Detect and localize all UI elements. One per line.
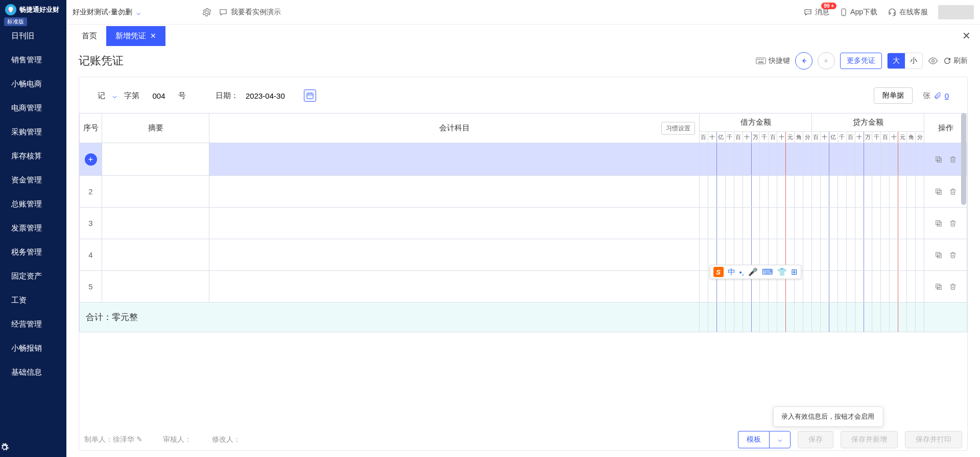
copy-row-icon[interactable]	[935, 155, 943, 164]
ime-skin-icon[interactable]: 👕	[777, 267, 787, 277]
sidebar-item[interactable]: 税务管理	[0, 240, 66, 264]
credit-cell[interactable]	[812, 143, 924, 176]
sidebar-item[interactable]: 经营管理	[0, 312, 66, 336]
size-small-button[interactable]: 小	[905, 53, 922, 68]
template-button[interactable]: 模板⌵	[738, 431, 791, 448]
sidebar-item[interactable]: 工资	[0, 288, 66, 312]
sidebar-item[interactable]: 发票管理	[0, 216, 66, 240]
delete-row-icon[interactable]	[949, 219, 957, 227]
ime-punct-icon[interactable]: •,	[739, 268, 744, 277]
edition-badge: 标准版	[4, 17, 27, 26]
sidebar-item-partial[interactable]: 日刊旧	[0, 29, 66, 48]
debit-cell[interactable]	[700, 176, 812, 208]
more-vouchers-button[interactable]: 更多凭证	[840, 53, 882, 69]
summary-cell[interactable]	[102, 208, 209, 239]
prev-button[interactable]	[795, 52, 812, 70]
delete-row-icon[interactable]	[949, 155, 957, 164]
credit-cell[interactable]	[812, 271, 924, 303]
scrollbar-thumb[interactable]	[961, 113, 966, 205]
message-badge: 99 +	[821, 3, 836, 9]
sidebar-item[interactable]: 库存核算	[0, 144, 66, 168]
credit-cell[interactable]	[812, 176, 924, 208]
settings-button[interactable]	[202, 8, 211, 17]
summary-cell[interactable]	[102, 271, 209, 303]
service-button[interactable]: 在线客服	[888, 8, 928, 17]
brand-name: 畅捷通好业财	[19, 5, 59, 14]
subject-cell[interactable]	[209, 143, 700, 176]
save-new-button[interactable]: 保存并新增	[841, 431, 898, 448]
subject-cell[interactable]	[209, 176, 700, 208]
delete-row-icon[interactable]	[949, 283, 957, 291]
svg-point-1	[808, 11, 809, 12]
copy-row-icon[interactable]	[935, 219, 943, 227]
copy-row-icon[interactable]	[935, 283, 943, 291]
th-ops: 操作	[924, 113, 967, 143]
sidebar-item[interactable]: 基础信息	[0, 360, 66, 384]
subject-cell[interactable]	[209, 271, 700, 303]
summary-cell[interactable]	[102, 143, 209, 176]
sidebar-item[interactable]: 销售管理	[0, 48, 66, 72]
ime-keyboard-icon[interactable]: ⌨	[762, 267, 773, 277]
summary-input[interactable]	[104, 145, 207, 172]
refresh-button[interactable]: 刷新	[943, 56, 968, 65]
ops-cell	[924, 271, 967, 303]
demo-link[interactable]: 我要看实例演示	[219, 8, 281, 17]
copy-row-icon[interactable]	[935, 251, 943, 259]
sidebar-settings[interactable]	[0, 438, 66, 457]
chevron-down-icon[interactable]: ⌵	[112, 91, 117, 100]
tab-home[interactable]: 首页	[73, 26, 106, 46]
sidebar-item[interactable]: 采购管理	[0, 120, 66, 144]
project-selector[interactable]: 好业财测试-量勿删 ⌵	[73, 8, 195, 17]
sidebar-item[interactable]: 小畅报销	[0, 336, 66, 360]
credit-cell[interactable]	[812, 239, 924, 271]
th-subject: 会计科目习惯设置	[209, 113, 700, 143]
edit-icon[interactable]: ✎	[136, 435, 142, 443]
copy-row-icon[interactable]	[935, 188, 943, 196]
size-toggle: 大 小	[887, 53, 923, 69]
subject-cell[interactable]	[209, 239, 700, 271]
size-large-button[interactable]: 大	[888, 53, 905, 68]
summary-cell[interactable]	[102, 176, 209, 208]
delete-row-icon[interactable]	[949, 188, 957, 196]
voucher-date-input[interactable]	[246, 92, 297, 100]
ops-cell	[924, 176, 967, 208]
add-row-button[interactable]: +	[85, 153, 97, 166]
side-menu: 日刊旧 销售管理小畅电商电商管理采购管理库存核算资金管理总账管理发票管理税务管理…	[0, 29, 66, 438]
close-icon[interactable]: ✕	[150, 32, 156, 40]
svg-rect-9	[762, 59, 763, 60]
sidebar-item[interactable]: 固定资产	[0, 264, 66, 288]
summary-cell[interactable]	[102, 239, 209, 271]
save-button[interactable]: 保存	[798, 431, 833, 448]
credit-cell[interactable]	[812, 208, 924, 239]
voucher-type[interactable]: 记	[98, 91, 105, 101]
sidebar-item[interactable]: 总账管理	[0, 192, 66, 216]
debit-cell[interactable]	[700, 208, 812, 239]
messages-button[interactable]: 消息 99 +	[803, 8, 829, 17]
sidebar-item[interactable]: 电商管理	[0, 96, 66, 120]
ime-toolbox-icon[interactable]: ⊞	[791, 267, 798, 277]
calendar-button[interactable]	[304, 89, 316, 102]
sidebar-item[interactable]: 小畅电商	[0, 72, 66, 96]
ime-mic-icon[interactable]: 🎤	[748, 267, 758, 277]
ime-toolbar[interactable]: S 中 •, 🎤 ⌨ 👕 ⊞	[710, 265, 801, 279]
close-all-icon[interactable]: ✕	[962, 30, 971, 42]
debit-cell[interactable]	[700, 143, 812, 176]
attach-button[interactable]: 附单据	[874, 87, 913, 104]
view-button[interactable]	[928, 56, 938, 66]
ops-cell	[924, 239, 967, 271]
app-download-button[interactable]: App下载	[840, 8, 877, 17]
next-button[interactable]	[818, 52, 835, 70]
paperclip-icon[interactable]	[934, 92, 942, 100]
delete-row-icon[interactable]	[949, 251, 957, 259]
keyboard-icon	[756, 57, 766, 64]
save-print-button[interactable]: 保存并打印	[905, 431, 962, 448]
headset-icon	[888, 8, 897, 17]
user-avatar[interactable]	[938, 5, 974, 19]
habit-settings-button[interactable]: 习惯设置	[661, 122, 695, 134]
shortcut-button[interactable]: 快捷键	[756, 56, 790, 65]
sheets-count[interactable]: 0	[945, 92, 949, 100]
voucher-number-input[interactable]	[147, 92, 171, 100]
subject-cell[interactable]	[209, 208, 700, 239]
tab-new-voucher[interactable]: 新增凭证 ✕	[106, 26, 165, 46]
sidebar-item[interactable]: 资金管理	[0, 168, 66, 192]
